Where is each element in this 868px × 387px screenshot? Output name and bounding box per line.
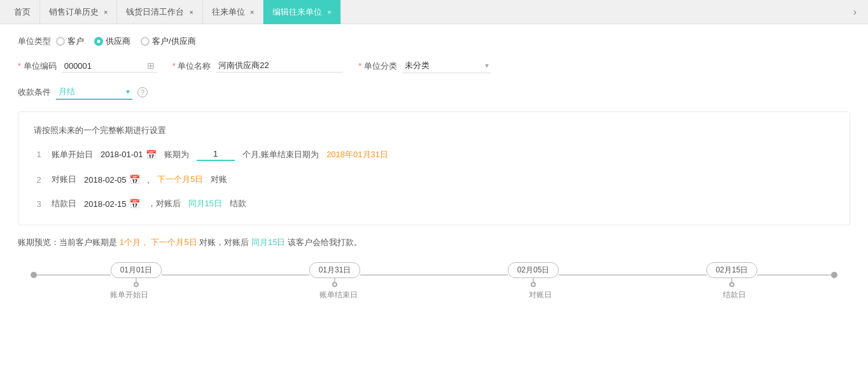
radio-both-label: 客户/供应商 [152, 36, 196, 47]
unit-name-input[interactable] [216, 60, 343, 73]
radio-both-circle [141, 37, 150, 46]
unit-info-row: 单位编码 ⊞ 单位名称 单位分类 未分类 ▾ [18, 59, 850, 73]
tab-partner[interactable]: 往来单位 × [203, 0, 263, 24]
tab-cash-workbench-label: 钱货日清工作台 [126, 6, 184, 18]
timeline-label-1: 账单开始日 [110, 290, 148, 300]
period-num-1: 1 [34, 150, 44, 159]
payment-terms-dropdown-icon: ▾ [126, 87, 130, 96]
radio-supplier-label: 供应商 [106, 36, 130, 47]
unit-code-label: 单位编码 [18, 60, 57, 72]
period-calendar-icon-1[interactable]: 📅 [146, 150, 157, 160]
timeline-section: 01月01日 01月31日 02月05日 02月15日 [18, 262, 850, 300]
timeline-node-3: 02月05日 [508, 262, 559, 287]
timeline-line-3 [360, 274, 507, 276]
timeline-row: 01月01日 01月31日 02月05日 02月15日 [31, 262, 837, 287]
period-row-2: 2 对账日 2018-02-05 📅 , 下一个月5日 对账 [34, 174, 834, 185]
period-row3-prefix: ，对账后 [148, 198, 181, 209]
timeline-node-4: 02月15日 [706, 262, 758, 287]
period-row2-suffix: 对账 [211, 174, 227, 185]
timeline-dot-3 [531, 282, 536, 287]
payment-terms-label: 收款条件 [18, 87, 51, 98]
timeline-pill-1: 01月01日 [111, 262, 162, 278]
timeline-label-3-wrapper: 对账日 [529, 290, 552, 300]
radio-supplier-circle [94, 37, 103, 46]
timeline-line-1 [37, 274, 111, 276]
period-row-3: 3 结款日 2018-02-15 📅 ，对账后 同月15日 结款 [34, 198, 834, 209]
timeline-label-4: 结款日 [723, 290, 746, 300]
tab-sales-history[interactable]: 销售订单历史 × [40, 0, 117, 24]
radio-customer-circle [56, 37, 65, 46]
period-calendar-icon-3[interactable]: 📅 [129, 199, 140, 209]
payment-terms-select[interactable]: 月结 ▾ [56, 85, 132, 100]
timeline-pill-2: 01月31日 [309, 262, 361, 278]
tab-cash-workbench[interactable]: 钱货日清工作台 × [117, 0, 202, 24]
period-date-3: 2018-02-15 📅 [84, 199, 140, 209]
tab-edit-partner[interactable]: 编辑往来单位 × [263, 0, 340, 24]
tab-home[interactable]: 首页 [5, 0, 40, 24]
radio-supplier[interactable]: 供应商 [94, 36, 130, 47]
timeline-pill-3: 02月05日 [508, 262, 559, 278]
timeline-label-3: 对账日 [529, 290, 552, 300]
timeline-line-4 [559, 274, 706, 276]
timeline-node-1: 01月01日 [111, 262, 162, 287]
period-row2-prefix: , [148, 175, 150, 185]
unit-category-group: 单位分类 未分类 ▾ [358, 59, 491, 73]
tab-home-label: 首页 [14, 6, 31, 18]
unit-code-input-wrapper: ⊞ [62, 60, 157, 73]
preview-middle: 下一个月5日 [151, 237, 197, 247]
unit-name-group: 单位名称 [172, 60, 344, 73]
unit-category-select[interactable]: 未分类 ▾ [402, 59, 491, 73]
tab-cash-workbench-close[interactable]: × [189, 8, 193, 16]
unit-name-label: 单位名称 [172, 60, 211, 72]
tab-more-button[interactable]: › [847, 6, 863, 18]
period-date-value-2: 2018-02-05 [84, 175, 127, 185]
timeline-dot-2 [332, 282, 337, 287]
period-num-2: 2 [34, 175, 44, 185]
timeline-line-5 [757, 274, 831, 276]
unit-type-label: 单位类型 [18, 36, 51, 47]
payment-terms-value: 月结 [59, 86, 126, 97]
period-suffix-pre-1: 账期为 [164, 149, 189, 160]
period-date-value-3: 2018-02-15 [84, 199, 127, 209]
timeline-label-2-wrapper: 账单结束日 [319, 290, 358, 300]
period-date-2: 2018-02-05 📅 [84, 174, 140, 185]
period-label-2: 对账日 [52, 174, 76, 185]
preview-text: 账期预览：当前客户账期是 1个月， 下一个月5日 对账，对账后 同月15日 该客… [18, 237, 850, 248]
unit-code-group: 单位编码 ⊞ [18, 60, 157, 73]
tab-sales-history-close[interactable]: × [104, 8, 108, 16]
period-months-input[interactable] [197, 148, 235, 161]
payment-terms-help-icon[interactable]: ? [137, 87, 148, 97]
timeline-pill-4: 02月15日 [706, 262, 758, 278]
unit-type-row: 单位类型 客户 供应商 客户/供应商 [18, 36, 850, 47]
unit-category-dropdown-icon: ▾ [485, 61, 489, 70]
timeline-line-2 [162, 274, 309, 276]
radio-customer[interactable]: 客户 [56, 36, 84, 47]
tab-partner-close[interactable]: × [250, 8, 254, 16]
period-label-1: 账单开始日 [52, 149, 93, 160]
tab-edit-partner-close[interactable]: × [327, 8, 331, 16]
tab-bar: 首页 销售订单历史 × 钱货日清工作台 × 往来单位 × 编辑往来单位 × › [0, 0, 868, 24]
timeline-dot-1 [134, 282, 139, 287]
period-hint: 请按照未来的一个完整帐期进行设置 [34, 125, 834, 136]
unit-category-value: 未分类 [405, 60, 485, 71]
period-num-3: 3 [34, 199, 44, 209]
period-end-date-highlight: 2018年01月31日 [326, 149, 388, 160]
timeline-dot-4 [729, 282, 734, 287]
period-calendar-icon-2[interactable]: 📅 [129, 174, 140, 185]
period-date-value-1: 2018-01-01 [101, 150, 143, 159]
timeline-label-1-wrapper: 账单开始日 [110, 290, 148, 300]
period-label-3: 结款日 [52, 198, 76, 209]
timeline-label-4-wrapper: 结款日 [723, 290, 746, 300]
period-row3-suffix: 结款 [230, 198, 246, 209]
period-box: 请按照未来的一个完整帐期进行设置 1 账单开始日 2018-01-01 📅 账期… [18, 111, 850, 225]
unit-type-group: 单位类型 客户 供应商 客户/供应商 [18, 36, 196, 47]
period-suffix-post-1a: 个月,账单结束日期为 [242, 149, 319, 160]
period-date-1: 2018-01-01 📅 [101, 150, 157, 160]
unit-code-input[interactable] [62, 60, 144, 72]
tab-sales-history-label: 销售订单历史 [49, 6, 99, 18]
main-content: 单位类型 客户 供应商 客户/供应商 单位编码 [0, 24, 868, 387]
preview-suffix: 该客户会给我打款。 [288, 237, 362, 247]
period-row2-next-month: 下一个月5日 [157, 174, 203, 185]
radio-both[interactable]: 客户/供应商 [141, 36, 196, 47]
unit-code-copy-icon[interactable]: ⊞ [144, 60, 157, 71]
